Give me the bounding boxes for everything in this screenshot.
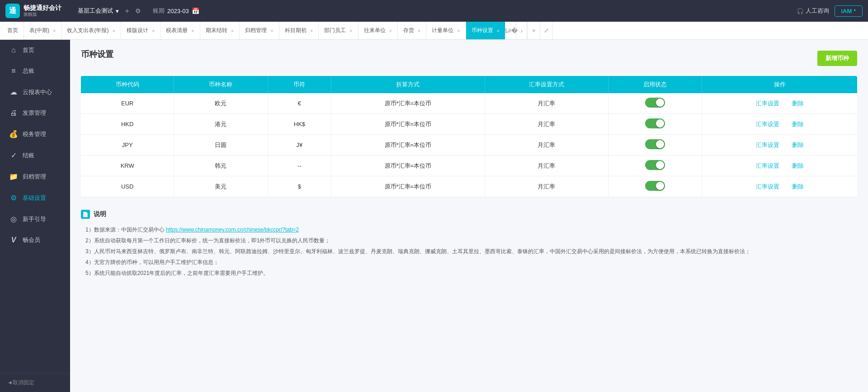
pin-label: ◄取消固定 <box>7 379 34 387</box>
guide-icon: ◎ <box>9 215 18 223</box>
cell-toggle[interactable] <box>609 93 702 114</box>
tab-archive[interactable]: 归档管理 × <box>240 22 279 39</box>
sidebar-item-guide[interactable]: ◎ 新手引导 <box>0 208 70 230</box>
rate-settings-link-USD[interactable]: 汇率设置 <box>756 183 779 190</box>
rate-settings-link-JPY[interactable]: 汇率设置 <box>756 142 779 148</box>
tab-period-end-close[interactable]: × <box>231 28 234 33</box>
tab-currency[interactable]: 币种设置 × <box>466 22 505 39</box>
tab-archive-label: 归档管理 <box>245 27 267 34</box>
sidebar-item-settings[interactable]: ⚙ 基础设置 <box>0 187 70 208</box>
consult-button[interactable]: 🎧 人工咨询 <box>797 7 829 15</box>
tab-midterm[interactable]: 表(中期) × <box>24 22 61 39</box>
note-item: 1）数据来源：中国外汇交易中心 https://www.chinamoney.c… <box>85 224 857 235</box>
delete-link-HKD[interactable]: 删除 <box>792 121 804 128</box>
calendar-icon[interactable]: 📅 <box>192 7 199 14</box>
notes-icon: 📄 <box>81 210 90 219</box>
toggle-JPY[interactable] <box>645 139 665 149</box>
sidebar-invoice-label: 发票管理 <box>23 109 46 117</box>
sidebar-item-archive[interactable]: 📁 归档管理 <box>0 166 70 187</box>
tab-inventory-close[interactable]: × <box>418 28 420 33</box>
toggle-KRW[interactable] <box>645 160 665 170</box>
tab-template-close[interactable]: × <box>152 28 155 33</box>
report-icon: ☁ <box>9 88 18 96</box>
delete-link-JPY[interactable]: 删除 <box>792 142 804 148</box>
tab-subject-init[interactable]: 科目期初 × <box>279 22 319 39</box>
toggle-EUR[interactable] <box>645 98 665 108</box>
cell-name: 欧元 <box>174 93 268 114</box>
toggle-HKD[interactable] <box>645 118 665 128</box>
sidebar-pin-btn[interactable]: ◄取消固定 <box>0 373 70 392</box>
delete-link-USD[interactable]: 删除 <box>792 183 804 190</box>
tab-tax-table-close[interactable]: × <box>191 28 194 33</box>
tab-department-close[interactable]: × <box>349 28 352 33</box>
sidebar-home-label: 首页 <box>23 46 34 54</box>
currency-table: 币种代码 币种名称 币符 折算方式 汇率设置方式 启用状态 操作 EUR 欧元 … <box>81 76 857 197</box>
tab-next-btn[interactable]: › <box>516 22 527 39</box>
tab-midterm-label: 表(中期) <box>29 27 49 34</box>
col-symbol: 币符 <box>268 76 331 93</box>
rate-settings-link-EUR[interactable]: 汇率设置 <box>756 100 779 107</box>
tab-home[interactable]: 首页 <box>2 22 24 39</box>
tab-annual[interactable]: 收入支出表(年报) × <box>61 22 121 39</box>
tab-template[interactable]: 模版设计 × <box>121 22 160 39</box>
cell-toggle[interactable] <box>609 114 702 135</box>
tab-currency-close[interactable]: × <box>497 28 500 33</box>
iam-button[interactable]: iAM * <box>835 5 863 17</box>
tab-controls: × ⤢ <box>527 22 553 39</box>
cell-symbol: € <box>268 93 331 114</box>
company-name: 基层工会测试 <box>78 7 113 15</box>
tab-department[interactable]: 部门员工 × <box>319 22 358 39</box>
note-item: 3）人民币对马来西亚林吉特、俄罗斯卢布、南非兰特、韩元、阿联酋迪拉姆、沙特里亚尔… <box>85 246 857 257</box>
cell-code: USD <box>81 176 174 197</box>
tab-archive-close[interactable]: × <box>270 28 273 33</box>
cell-actions: 汇率设置 删除 <box>702 156 857 176</box>
tab-close-all-btn[interactable]: × <box>528 22 540 39</box>
note-item: 4）无官方牌价的币种，可以用用户手工维护汇率信息； <box>85 257 857 268</box>
delete-link-EUR[interactable]: 删除 <box>792 100 804 107</box>
tab-period-end[interactable]: 期末结转 × <box>200 22 240 39</box>
cell-toggle[interactable] <box>609 176 702 197</box>
cell-toggle[interactable] <box>609 156 702 176</box>
sidebar-item-tax[interactable]: 💰 税务管理 <box>0 123 70 145</box>
period-label: 账期 <box>153 7 165 15</box>
col-actions: 操作 <box>702 76 857 93</box>
new-currency-btn[interactable]: 新增币种 <box>817 51 857 66</box>
sidebar-item-member[interactable]: V 畅会员 <box>0 230 70 250</box>
tab-prev-btn[interactable]: &#� <box>505 22 516 39</box>
tab-annual-close[interactable]: × <box>112 28 115 33</box>
sidebar-item-ledger[interactable]: ≡ 总账 <box>0 61 70 81</box>
company-selector[interactable]: 基层工会测试 ▾ <box>78 7 119 15</box>
tab-contacts[interactable]: 往来单位 × <box>359 22 398 39</box>
delete-link-KRW[interactable]: 删除 <box>792 162 804 169</box>
notes-heading: 说明 <box>94 210 106 218</box>
tab-unit-close[interactable]: × <box>457 28 460 33</box>
app-sub: 旗舰版 <box>24 11 61 18</box>
company-settings-icon[interactable]: ⚙ <box>135 7 141 14</box>
tax-icon: 💰 <box>9 130 18 138</box>
rate-settings-link-KRW[interactable]: 汇率设置 <box>756 162 779 169</box>
tab-home-label: 首页 <box>7 27 18 34</box>
col-code: 币种代码 <box>81 76 174 93</box>
toggle-USD[interactable] <box>645 181 665 191</box>
tab-midterm-close[interactable]: × <box>53 28 56 33</box>
add-company-icon[interactable]: ＋ <box>123 6 131 16</box>
tab-subject-init-close[interactable]: × <box>310 28 313 33</box>
rate-settings-link-HKD[interactable]: 汇率设置 <box>756 121 779 128</box>
sidebar-item-report[interactable]: ☁ 云报表中心 <box>0 81 70 103</box>
table-row: KRW 韩元 -- 原币*汇率=本位币 月汇率 汇率设置 删除 <box>81 156 857 176</box>
tab-inventory[interactable]: 存货 × <box>398 22 426 39</box>
tab-tax-table[interactable]: 税表清册 × <box>160 22 200 39</box>
tab-contacts-label: 往来单位 <box>364 27 386 34</box>
ledger-icon: ≡ <box>9 67 18 75</box>
cell-toggle[interactable] <box>609 135 702 156</box>
table-row: EUR 欧元 € 原币*汇率=本位币 月汇率 汇率设置 删除 <box>81 93 857 114</box>
tab-unit[interactable]: 计量单位 × <box>426 22 466 39</box>
sidebar-settings-label: 基础设置 <box>23 194 46 202</box>
sidebar-item-home[interactable]: ⌂ 首页 <box>0 40 70 61</box>
notes-link[interactable]: https://www.chinamoney.com.cn/chinese/bk… <box>166 227 299 233</box>
tab-contacts-close[interactable]: × <box>389 28 392 33</box>
tab-maximize-btn[interactable]: ⤢ <box>540 22 553 39</box>
sidebar-item-invoice[interactable]: 🖨 发票管理 <box>0 103 70 123</box>
sidebar-item-checkout[interactable]: ✓ 结账 <box>0 145 70 166</box>
sidebar-archive-label: 归档管理 <box>23 173 46 181</box>
